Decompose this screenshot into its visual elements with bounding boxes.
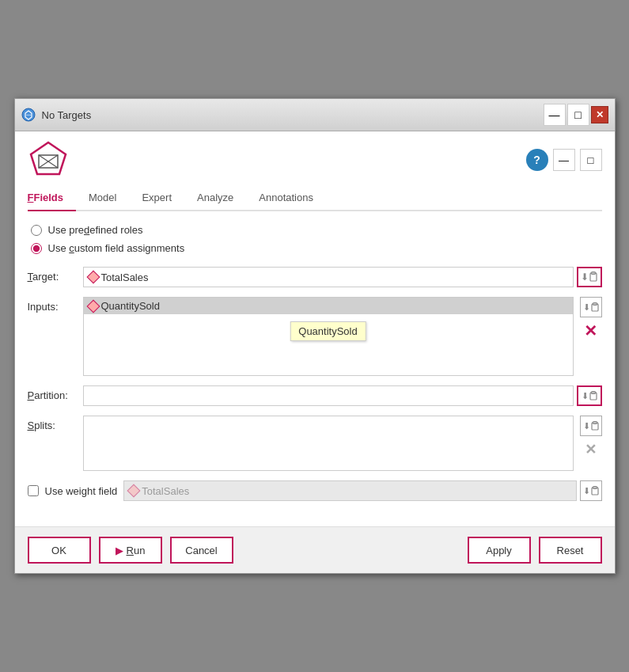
- toolbar-minimize-button[interactable]: —: [553, 149, 575, 171]
- cancel-button[interactable]: Cancel: [170, 537, 233, 564]
- title-bar-app-icon: ⋯: [21, 108, 36, 122]
- target-field[interactable]: TotalSales: [83, 267, 574, 287]
- radio-custom[interactable]: [31, 243, 42, 254]
- inputs-side-buttons: ⬇ ✕: [580, 297, 602, 341]
- splits-delete-icon: ✕: [585, 441, 597, 458]
- title-bar-left: ⋯ No Targets: [21, 108, 92, 122]
- radio-row-custom: Use custom field assignments: [31, 242, 599, 254]
- ok-label: OK: [51, 545, 66, 556]
- reset-label: Reset: [557, 545, 584, 556]
- inputs-label: Inputs:: [28, 297, 83, 313]
- cancel-label: Cancel: [185, 545, 217, 556]
- weight-diamond-icon: [127, 484, 141, 498]
- toolbar-left: [28, 139, 69, 180]
- main-content: FFields Model Expert Analyze Annotations…: [15, 185, 615, 526]
- weight-checkbox[interactable]: [28, 485, 39, 496]
- target-row: Target: TotalSales ⬇: [28, 267, 602, 287]
- tab-expert[interactable]: Expert: [129, 185, 184, 210]
- weight-row: Use weight field TotalSales ⬇: [28, 480, 602, 501]
- splits-select-icon: ⬇: [583, 421, 599, 431]
- reset-button[interactable]: Reset: [539, 537, 602, 564]
- inputs-tooltip: QuantitySold: [290, 321, 366, 341]
- weight-select-button[interactable]: ⬇: [580, 480, 602, 501]
- radio-predefined-label: Use predefined roles: [48, 224, 143, 236]
- radio-predefined[interactable]: [31, 225, 42, 236]
- help-button[interactable]: ?: [526, 149, 548, 171]
- run-icon: ▶: [116, 545, 123, 556]
- tab-analyze[interactable]: Analyze: [184, 185, 246, 210]
- window-title: No Targets: [42, 109, 92, 121]
- minimize-button[interactable]: —: [544, 104, 566, 126]
- close-button[interactable]: ✕: [591, 106, 608, 123]
- inputs-select-button[interactable]: ⬇: [580, 297, 602, 317]
- partition-input-area: ⬇: [83, 385, 602, 406]
- inputs-list-item: QuantitySold: [84, 298, 573, 314]
- ok-button[interactable]: OK: [28, 537, 91, 564]
- splits-delete-button[interactable]: ✕: [580, 439, 602, 460]
- inputs-select-icon: ⬇: [583, 302, 599, 313]
- tab-annotations[interactable]: Annotations: [246, 185, 326, 210]
- radio-custom-label: Use custom field assignments: [48, 242, 185, 254]
- input-diamond-icon: [86, 299, 100, 313]
- title-bar: ⋯ No Targets — □ ✕: [15, 99, 615, 131]
- maximize-button[interactable]: □: [567, 104, 589, 126]
- svg-text:⋯: ⋯: [26, 112, 31, 117]
- weight-value: TotalSales: [142, 485, 189, 497]
- main-window: ⋯ No Targets — □ ✕ ? — □: [14, 98, 616, 574]
- splits-side-buttons: ⬇ ✕: [580, 416, 602, 460]
- weight-field[interactable]: TotalSales: [123, 480, 576, 501]
- inputs-delete-button[interactable]: ✕: [580, 321, 602, 341]
- toolbar-maximize-button[interactable]: □: [580, 149, 602, 171]
- radio-row-predefined: Use predefined roles: [31, 224, 599, 236]
- partition-select-button[interactable]: ⬇: [577, 385, 602, 406]
- toolbar: ? — □: [15, 131, 615, 185]
- toolbar-right: ? — □: [526, 149, 602, 171]
- inputs-input-area: QuantitySold QuantitySold ⬇ ✕: [83, 297, 602, 376]
- tab-fields[interactable]: FFields: [28, 185, 77, 210]
- target-value: TotalSales: [101, 271, 149, 283]
- tab-model[interactable]: Model: [76, 185, 129, 210]
- bottom-buttons: OK ▶ OK Run Cancel Apply Reset: [15, 526, 615, 573]
- weight-select-icon: ⬇: [583, 486, 599, 496]
- weight-label: Use weight field: [45, 485, 118, 497]
- radio-group: Use predefined roles Use custom field as…: [28, 224, 602, 254]
- partition-row: Partition: ⬇: [28, 385, 602, 406]
- apply-button[interactable]: Apply: [468, 537, 531, 564]
- target-diamond-icon: [86, 271, 100, 284]
- inputs-row: Inputs: QuantitySold QuantitySold ⬇: [28, 297, 602, 376]
- splits-select-button[interactable]: ⬇: [580, 416, 602, 436]
- app-icon: [28, 139, 69, 180]
- target-label: Target:: [28, 267, 83, 283]
- inputs-delete-icon: ✕: [584, 321, 597, 340]
- partition-select-icon: ⬇: [582, 391, 597, 401]
- title-bar-controls: — □ ✕: [544, 104, 608, 126]
- svg-marker-3: [31, 142, 66, 174]
- run-button[interactable]: ▶ OK Run: [99, 537, 162, 564]
- target-input-area: TotalSales ⬇: [83, 267, 602, 287]
- tabs-bar: FFields Model Expert Analyze Annotations: [28, 185, 602, 211]
- target-select-button[interactable]: ⬇: [577, 267, 602, 287]
- inputs-list[interactable]: QuantitySold QuantitySold: [83, 297, 574, 376]
- partition-label: Partition:: [28, 385, 83, 401]
- partition-field[interactable]: [83, 385, 574, 406]
- splits-label: Splits:: [28, 416, 83, 431]
- splits-list[interactable]: [83, 416, 574, 471]
- splits-row: Splits: ⬇ ✕: [28, 416, 602, 471]
- inputs-item-text: QuantitySold: [101, 300, 160, 312]
- splits-input-area: ⬇ ✕: [83, 416, 602, 471]
- apply-label: Apply: [486, 545, 512, 556]
- target-select-icon: ⬇: [581, 271, 597, 283]
